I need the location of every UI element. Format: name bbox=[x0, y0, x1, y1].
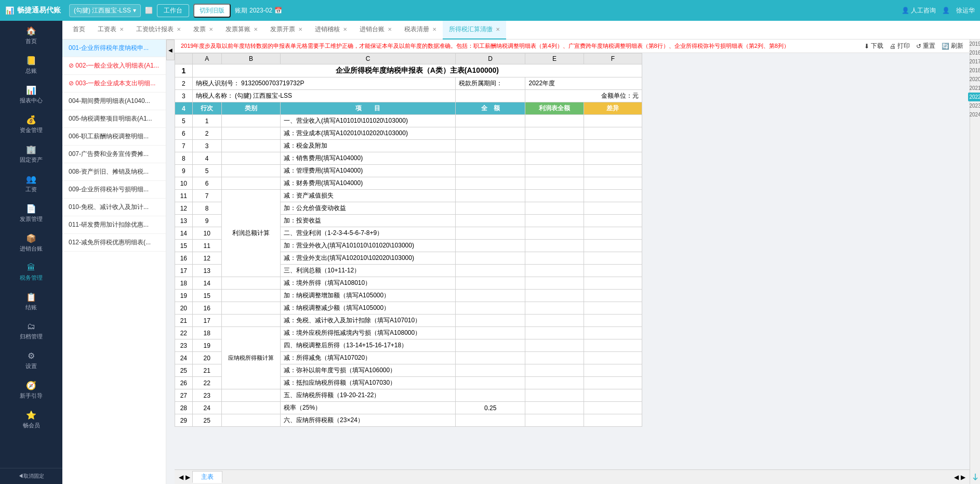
spreadsheet-wrapper[interactable]: A B C D E F bbox=[175, 53, 970, 469]
sub-sidebar-item-011[interactable]: 011-研发费用加计扣除优惠... bbox=[62, 216, 166, 234]
prev-sheet-button[interactable]: ◀ bbox=[179, 474, 183, 481]
sidebar-item-close[interactable]: 📋 结账 bbox=[0, 287, 62, 317]
sidebar-item-tax[interactable]: 🏛 税务管理 bbox=[0, 258, 62, 287]
toggle-button[interactable]: 切到旧版 bbox=[193, 4, 231, 18]
sub-sidebar-item-004[interactable]: 004-期间费用明细表(A1040... bbox=[62, 93, 166, 110]
header-bar: 📊 畅捷通易代账 (勾腱) 江西服宝-LSS ▾ ⬜ 工作台 切到旧版 账期 2… bbox=[0, 0, 980, 21]
tab-invoice[interactable]: 发票 ✕ bbox=[187, 21, 219, 40]
sidebar-label-settings: 设置 bbox=[25, 362, 37, 370]
sidebar-item-guide[interactable]: 🧭 新手引导 bbox=[0, 375, 62, 405]
close-icon[interactable]: ✕ bbox=[432, 27, 436, 32]
print-button[interactable]: 🖨 打印 bbox=[890, 42, 910, 50]
year-2023[interactable]: 2023 bbox=[968, 101, 980, 110]
sub-sidebar-item-010[interactable]: 010-免税、减计收入及加计... bbox=[62, 199, 166, 216]
sidebar-item-home[interactable]: 🏠 首页 bbox=[0, 21, 62, 50]
sub-sidebar-item-002[interactable]: ⊘ 002-一般企业收入明细表(A1... bbox=[62, 57, 166, 75]
row-index: 5 bbox=[192, 165, 221, 177]
app-container: 📊 畅捷通易代账 (勾腱) 江西服宝-LSS ▾ ⬜ 工作台 切到旧版 账期 2… bbox=[0, 0, 980, 484]
reset-button[interactable]: ↺ 重置 bbox=[916, 42, 935, 50]
scroll-right-button[interactable]: ▶ bbox=[961, 474, 965, 481]
sub-sidebar-item-006[interactable]: 006-职工薪酬纳税调整明细... bbox=[62, 128, 166, 146]
close-icon[interactable]: ✕ bbox=[388, 27, 392, 32]
sub-sidebar-item-012[interactable]: 012-减免所得税优惠明细表(... bbox=[62, 234, 166, 252]
company-selector[interactable]: (勾腱) 江西服宝-LSS ▾ bbox=[69, 4, 141, 17]
period-label-cell: 税款所属期间： bbox=[455, 77, 525, 90]
tab-payroll[interactable]: 工资表 ✕ bbox=[91, 21, 130, 40]
row-num-1: 1 bbox=[175, 64, 193, 77]
tab-invoice-open[interactable]: 发票开票 ✕ bbox=[264, 21, 309, 40]
download-button[interactable]: ⬇ 下载 bbox=[864, 42, 883, 50]
sidebar-item-ledger[interactable]: 📒 总账 bbox=[0, 50, 62, 80]
row-item: 税率（25%） bbox=[281, 402, 456, 414]
sub-sidebar-item-009[interactable]: 009-企业所得税补亏损明细... bbox=[62, 181, 166, 199]
sidebar-item-reports[interactable]: 📊 报表中心 bbox=[0, 80, 62, 110]
year-2018[interactable]: 2018 bbox=[968, 66, 980, 75]
row-item: 减：境外应税所得抵减境内亏损（填写A108000） bbox=[281, 327, 456, 339]
year-2017[interactable]: 2017 bbox=[968, 57, 980, 66]
year-2022[interactable]: 2022 bbox=[968, 93, 980, 101]
tab-home[interactable]: 首页 bbox=[67, 21, 91, 40]
sub-sidebar-item-001[interactable]: 001-企业所得税年度纳税申... bbox=[62, 40, 166, 57]
row-diff bbox=[584, 240, 642, 252]
row-category bbox=[221, 389, 280, 402]
copy-icon[interactable]: ⬜ bbox=[145, 7, 153, 14]
collapse-button[interactable]: ◀ bbox=[166, 40, 175, 60]
scroll-left-button[interactable]: ◀ bbox=[954, 474, 959, 481]
tab-purchase-audit[interactable]: 进销稽核 ✕ bbox=[309, 21, 353, 40]
ai-consult-button[interactable]: 👤 人工咨询 bbox=[902, 6, 936, 15]
sidebar-item-assets[interactable]: 🏢 固定资产 bbox=[0, 139, 62, 169]
sheet-tab-main[interactable]: 主表 bbox=[192, 471, 222, 483]
year-2021[interactable]: 2021 bbox=[968, 84, 980, 93]
sidebar-item-finance[interactable]: 💰 资金管理 bbox=[0, 110, 62, 139]
table-row: 20 16 减：纳税调整减少额（填写A105000） bbox=[175, 302, 642, 315]
close-icon[interactable]: ✕ bbox=[177, 27, 181, 32]
row-index: 19 bbox=[192, 339, 221, 352]
row-num: 26 bbox=[175, 377, 193, 389]
year-2019[interactable]: 2019 bbox=[968, 40, 980, 48]
sidebar-item-settings[interactable]: ⚙ 设置 bbox=[0, 346, 62, 375]
row-num: 13 bbox=[175, 215, 193, 227]
year-2016[interactable]: 2016 bbox=[968, 48, 980, 57]
sidebar-item-member[interactable]: ⭐ 畅会员 bbox=[0, 405, 62, 435]
row-profit bbox=[525, 364, 584, 377]
close-icon[interactable]: ✕ bbox=[254, 27, 258, 32]
calendar-icon[interactable]: 📅 bbox=[274, 7, 282, 14]
sub-sidebar-item-005[interactable]: 005-纳税调整项目明细表(A1... bbox=[62, 110, 166, 128]
tab-label-invoice-open: 发票开票 bbox=[270, 25, 295, 34]
user-avatar: 👤 bbox=[942, 7, 950, 14]
tab-invoice-calc[interactable]: 发票算账 ✕ bbox=[219, 21, 264, 40]
close-icon[interactable]: ✕ bbox=[496, 27, 500, 32]
tab-purchase-ledger[interactable]: 进销台账 ✕ bbox=[353, 21, 398, 40]
row-item: 加：公允价值变动收益 bbox=[281, 202, 456, 215]
row-amount bbox=[455, 352, 525, 364]
tab-payroll-stats[interactable]: 工资统计报表 ✕ bbox=[130, 21, 187, 40]
row-item: 减：抵扣应纳税所得额（填写A107030） bbox=[281, 377, 456, 389]
close-icon[interactable]: ✕ bbox=[343, 27, 347, 32]
row-profit bbox=[525, 177, 584, 190]
year-2024[interactable]: 2024 bbox=[968, 110, 980, 119]
sub-sidebar-item-008[interactable]: 008-资产折旧、摊销及纳税... bbox=[62, 163, 166, 181]
close-icon[interactable]: ✕ bbox=[298, 27, 302, 32]
sidebar-item-invoice[interactable]: 📄 发票管理 bbox=[0, 199, 62, 228]
next-sheet-button[interactable]: ▶ bbox=[186, 474, 190, 481]
row-diff bbox=[584, 115, 642, 127]
row-num: 27 bbox=[175, 389, 193, 402]
sidebar-item-stock[interactable]: 📦 进销台账 bbox=[0, 228, 62, 258]
sub-sidebar-item-003[interactable]: ⊘ 003-一般企业成本支出明细... bbox=[62, 75, 166, 93]
year-2020[interactable]: 2020 bbox=[968, 75, 980, 84]
tab-tax-list[interactable]: 税表清册 ✕ bbox=[398, 21, 443, 40]
sidebar-item-archive[interactable]: 🗂 归档管理 bbox=[0, 317, 62, 346]
sub-sidebar-item-007[interactable]: 007-广告费和业务宣传费摊... bbox=[62, 146, 166, 163]
close-icon[interactable]: ✕ bbox=[209, 27, 213, 32]
sidebar-label-stock: 进销台账 bbox=[20, 245, 43, 253]
row-num: 23 bbox=[175, 339, 193, 352]
row-profit bbox=[525, 190, 584, 202]
row-num: 12 bbox=[175, 202, 193, 215]
refresh-button[interactable]: 🔄 刷新 bbox=[942, 42, 963, 50]
unpin-button[interactable]: ◀取消固定 bbox=[0, 468, 62, 484]
tab-income-tax[interactable]: 所得税汇算清缴 ✕ bbox=[443, 21, 506, 40]
workbench-button[interactable]: 工作台 bbox=[157, 4, 189, 17]
close-icon[interactable]: ✕ bbox=[120, 27, 124, 32]
sidebar-item-payroll[interactable]: 👥 工资 bbox=[0, 169, 62, 199]
row-category bbox=[221, 290, 280, 302]
